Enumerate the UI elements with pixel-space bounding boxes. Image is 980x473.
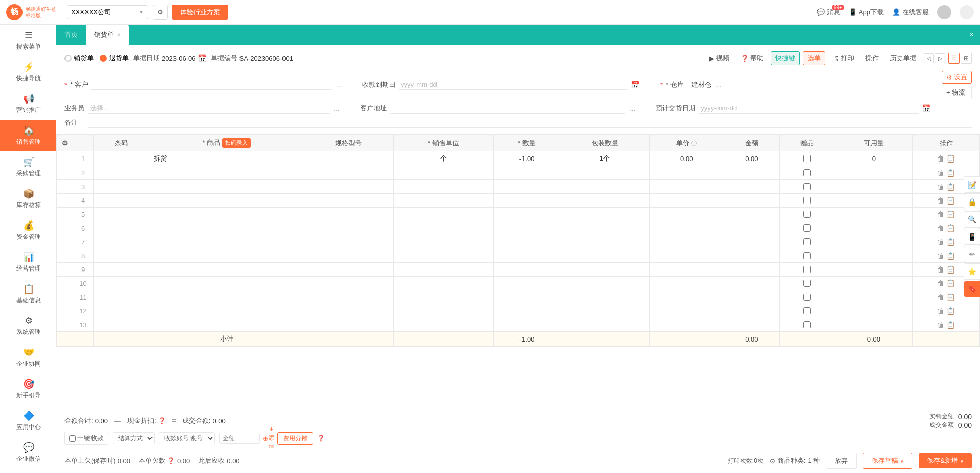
- cell-qty-13[interactable]: [493, 318, 560, 332]
- cell-unit-6[interactable]: [393, 221, 493, 235]
- right-float-btn-2[interactable]: 🔒: [964, 194, 980, 210]
- cell-product-12[interactable]: [149, 304, 304, 318]
- cell-unit-1[interactable]: 个: [393, 151, 493, 166]
- cell-unit-7[interactable]: [393, 235, 493, 249]
- cell-price-3[interactable]: [649, 180, 724, 194]
- gift-checkbox-7[interactable]: [803, 238, 811, 245]
- tab-bar-close-btn[interactable]: ×: [963, 30, 980, 39]
- cell-qty-6[interactable]: [493, 221, 560, 235]
- sidebar-item-system[interactable]: ⚙ 系统管理: [0, 310, 56, 342]
- th-settings[interactable]: ⚙: [57, 135, 73, 151]
- cell-price-10[interactable]: [649, 277, 724, 290]
- cell-gift-5[interactable]: [779, 208, 835, 221]
- cell-unit-3[interactable]: [393, 180, 493, 194]
- gift-checkbox-4[interactable]: [803, 197, 811, 204]
- cell-product-9[interactable]: [149, 263, 304, 277]
- delete-btn-6[interactable]: 🗑: [937, 224, 944, 232]
- cell-unit-8[interactable]: [393, 249, 493, 263]
- sidebar-item-inventory[interactable]: 📦 库存核算: [0, 183, 56, 215]
- cell-unit-11[interactable]: [393, 290, 493, 304]
- right-float-btn-6[interactable]: ⭐: [964, 263, 980, 280]
- sidebar-item-basic-info[interactable]: 📋 基础信息: [0, 278, 56, 310]
- due-date-cal-icon[interactable]: 📅: [631, 81, 640, 89]
- cell-price-9[interactable]: [649, 263, 724, 277]
- delete-btn-13[interactable]: 🗑: [937, 321, 944, 329]
- gift-checkbox-10[interactable]: [803, 280, 811, 287]
- radio-returns[interactable]: 退货单: [100, 54, 129, 63]
- cell-barcode-2[interactable]: [94, 166, 149, 180]
- copy-btn-8[interactable]: 📋: [946, 252, 955, 260]
- sidebar-item-quick-nav[interactable]: ⚡ 快捷导航: [0, 56, 56, 88]
- copy-btn-12[interactable]: 📋: [946, 307, 955, 315]
- cell-unit-10[interactable]: [393, 277, 493, 290]
- delete-btn-8[interactable]: 🗑: [937, 252, 944, 260]
- cell-barcode-7[interactable]: [94, 235, 149, 249]
- sidebar-item-purchase[interactable]: 🛒 采购管理: [0, 151, 56, 183]
- gift-checkbox-3[interactable]: [803, 183, 811, 190]
- right-float-btn-4[interactable]: 📱: [964, 229, 980, 245]
- cell-qty-5[interactable]: [493, 208, 560, 221]
- avatar-2[interactable]: [960, 5, 974, 19]
- view-grid-btn[interactable]: ⊞: [961, 53, 972, 64]
- cell-qty-7[interactable]: [493, 235, 560, 249]
- expected-date-input[interactable]: [699, 103, 919, 114]
- help-btn[interactable]: ❓ 帮助: [736, 52, 768, 65]
- cell-barcode-10[interactable]: [94, 277, 149, 290]
- right-float-btn-7[interactable]: 🔖: [964, 281, 980, 297]
- sidebar-item-wechat[interactable]: 💬 企业微信: [0, 437, 56, 468]
- right-float-btn-1[interactable]: 📝: [964, 176, 980, 193]
- cell-gift-3[interactable]: [779, 180, 835, 194]
- history-btn[interactable]: 历史单据: [886, 52, 921, 65]
- cell-product-11[interactable]: [149, 290, 304, 304]
- copy-btn-6[interactable]: 📋: [946, 224, 955, 232]
- addr-dots-btn[interactable]: ...: [629, 104, 636, 112]
- cell-unit-2[interactable]: [393, 166, 493, 180]
- gift-checkbox-12[interactable]: [803, 307, 811, 314]
- save-new-btn[interactable]: 保存&新增 ∧: [919, 453, 972, 468]
- cell-gift-10[interactable]: [779, 277, 835, 290]
- copy-btn-2[interactable]: 📋: [946, 169, 955, 177]
- copy-btn-5[interactable]: 📋: [946, 210, 955, 218]
- cell-gift-12[interactable]: [779, 304, 835, 318]
- customer-input[interactable]: [91, 80, 332, 90]
- avatar[interactable]: [937, 5, 951, 19]
- cell-product-3[interactable]: [149, 180, 304, 194]
- cell-price-1[interactable]: 0.00: [649, 151, 724, 166]
- cell-product-6[interactable]: [149, 221, 304, 235]
- cell-qty-2[interactable]: [493, 166, 560, 180]
- nav-prev-btn[interactable]: ◁: [924, 53, 934, 63]
- gift-checkbox-1[interactable]: [803, 155, 811, 162]
- cell-product-13[interactable]: [149, 318, 304, 332]
- gift-checkbox-9[interactable]: [803, 266, 811, 273]
- abandon-btn[interactable]: 放弃: [826, 453, 857, 469]
- one-click-payment-btn[interactable]: 一键收款: [64, 432, 108, 445]
- notes-input[interactable]: [88, 118, 972, 128]
- payment-help-icon[interactable]: ❓: [317, 435, 325, 442]
- tab-close-icon[interactable]: ×: [117, 31, 121, 38]
- cell-product-7[interactable]: [149, 235, 304, 249]
- right-float-btn-5[interactable]: ✏: [964, 246, 980, 262]
- sidebar-item-sales[interactable]: 🏠 销售管理: [0, 120, 56, 151]
- cell-gift-7[interactable]: [779, 235, 835, 249]
- delete-btn-5[interactable]: 🗑: [937, 210, 944, 218]
- cell-product-4[interactable]: [149, 194, 304, 208]
- cell-spec-6[interactable]: [304, 221, 393, 235]
- scan-btn[interactable]: 扫码录入: [222, 138, 251, 148]
- cell-spec-1[interactable]: [304, 151, 393, 166]
- cell-unit-5[interactable]: [393, 208, 493, 221]
- delete-btn-9[interactable]: 🗑: [937, 265, 944, 274]
- settings-button[interactable]: ⚙: [153, 5, 168, 20]
- sidebar-item-marketing[interactable]: 📢 营销推广: [0, 88, 56, 120]
- payment-method-select[interactable]: 结算方式: [113, 432, 155, 444]
- right-float-btn-3[interactable]: 🔍: [964, 211, 980, 228]
- delete-btn-7[interactable]: 🗑: [937, 238, 944, 246]
- cell-price-8[interactable]: [649, 249, 724, 263]
- copy-btn-7[interactable]: 📋: [946, 238, 955, 246]
- cell-unit-4[interactable]: [393, 194, 493, 208]
- gift-checkbox-6[interactable]: [803, 224, 811, 232]
- cell-product-5[interactable]: [149, 208, 304, 221]
- sidebar-item-member[interactable]: ♛ 畅会员: [0, 468, 56, 473]
- sidebar-item-operations[interactable]: 📊 经营管理: [0, 246, 56, 278]
- cell-price-5[interactable]: [649, 208, 724, 221]
- cell-barcode-3[interactable]: [94, 180, 149, 194]
